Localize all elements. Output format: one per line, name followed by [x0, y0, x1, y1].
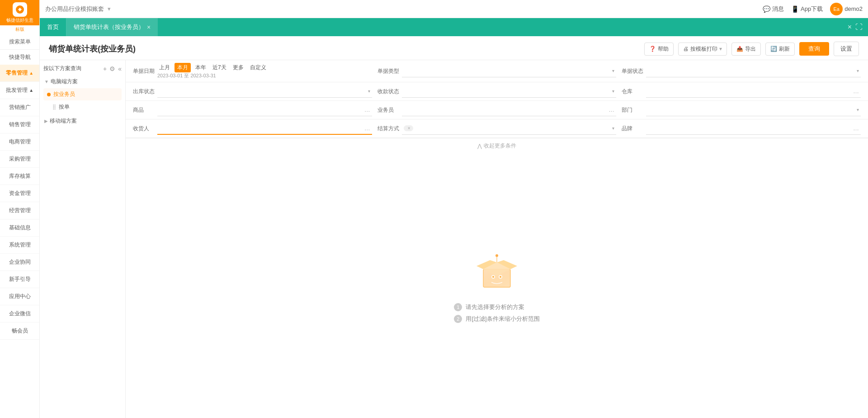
sidebar-item-ecommerce[interactable]: 电商管理: [0, 133, 39, 151]
filter-receipt-status-control[interactable]: ▾: [402, 85, 617, 98]
tab-close-icon[interactable]: ×: [147, 24, 151, 31]
schema-by-salesperson[interactable]: 按业务员: [43, 88, 122, 100]
desktop-group-header[interactable]: ▼ 电脑端方案: [43, 76, 122, 87]
salesperson-dots-icon[interactable]: …: [609, 106, 614, 113]
sidebar-item-system[interactable]: 系统管理: [0, 237, 39, 254]
filter-consignee: 收货人 …: [133, 122, 372, 135]
message-btn[interactable]: 💬 消息: [763, 5, 784, 13]
sidebar-item-newbie[interactable]: 新手引导: [0, 271, 39, 288]
empty-step-2: 2 用[过滤]条件来缩小分析范围: [454, 315, 539, 323]
search-menu[interactable]: 搜索菜单: [0, 34, 39, 50]
quick-nav[interactable]: 快捷导航: [7, 50, 33, 65]
logo-text: 畅捷信好生意: [6, 18, 33, 23]
filter-out-status-label: 出库状态: [133, 88, 155, 95]
help-icon: ❓: [649, 46, 656, 52]
export-btn[interactable]: 📤 导出: [731, 43, 761, 56]
sidebar-item-sales[interactable]: 销售管理: [0, 116, 39, 133]
collapse-label: 收起更多条件: [484, 142, 516, 150]
filter-goods-control[interactable]: …: [157, 104, 372, 116]
date-tab-last-month[interactable]: 上月: [157, 63, 172, 72]
sidebar-item-inventory[interactable]: 库存核算: [0, 168, 39, 185]
filter-warehouse: 仓库 …: [622, 85, 861, 98]
tab-maximize-btn[interactable]: ⛶: [855, 23, 863, 31]
consignee-dots-icon[interactable]: …: [364, 125, 370, 132]
quick-nav-label: 快捷导航: [9, 54, 31, 60]
filter-row-3: 商品 … 业务员 … 部门: [126, 101, 868, 119]
filter-order-type: 单据类型 ▾: [377, 65, 617, 77]
app-download-btn[interactable]: 📱 App下载: [791, 5, 823, 13]
add-schema-icon[interactable]: +: [103, 65, 107, 72]
tab-sales-stats-label: 销货单统计表（按业务员）: [74, 23, 144, 31]
filter-warehouse-label: 仓库: [622, 88, 643, 95]
sidebar-item-enterprise[interactable]: 企业协同: [0, 254, 39, 271]
tab-home[interactable]: 首页: [40, 18, 66, 36]
breadcrumb-chevron[interactable]: ▾: [108, 5, 111, 12]
order-status-dropdown-icon: ▾: [857, 68, 859, 73]
help-btn[interactable]: ❓ 帮助: [644, 43, 674, 56]
step-1-num: 1: [454, 303, 462, 311]
sidebar-item-operations[interactable]: 经营管理: [0, 202, 39, 219]
user-profile[interactable]: Ea demo2: [830, 3, 863, 15]
sidebar-item-purchase[interactable]: 采购管理: [0, 151, 39, 168]
sidebar-item-finance[interactable]: 资金管理: [0, 185, 39, 202]
brand-dots-icon[interactable]: …: [853, 125, 859, 132]
filter-order-status-label: 单据状态: [622, 67, 643, 75]
sidebar-item-marketing[interactable]: 营销推广: [0, 99, 39, 116]
sidebar-item-wholesale[interactable]: 批发管理 ▲: [0, 82, 39, 99]
app-download-icon: 📱: [791, 5, 799, 13]
tab-minimize-btn[interactable]: ×: [848, 23, 852, 31]
filter-department-control[interactable]: ▾: [646, 104, 861, 116]
query-btn[interactable]: 查询: [799, 42, 829, 56]
left-panel: 按以下方案查询 + ⚙ « ▼ 电脑端方案 按业务员: [40, 60, 126, 418]
date-tab-this-month[interactable]: 本月: [175, 63, 191, 72]
department-dropdown-icon: ▾: [857, 107, 859, 112]
filter-salesperson: 业务员 …: [377, 104, 617, 116]
mobile-schema-group: ▶ 移动端方案: [43, 115, 122, 127]
sidebar-item-member[interactable]: 畅会员: [0, 323, 39, 340]
schema-by-salesperson-label: 按业务员: [53, 90, 75, 98]
refresh-icon: 🔄: [770, 46, 777, 52]
filter-order-type-control[interactable]: ▾: [402, 65, 617, 77]
filter-goods-label: 商品: [133, 106, 155, 114]
user-name: demo2: [844, 5, 863, 12]
mobile-group-collapse-icon: ▶: [44, 119, 48, 124]
logo-icon: [13, 2, 27, 17]
tab-sales-stats[interactable]: 销货单统计表（按业务员） ×: [66, 18, 158, 36]
filter-salesperson-label: 业务员: [377, 106, 399, 114]
print-icon: 🖨: [683, 46, 689, 52]
filter-brand-label: 品牌: [622, 125, 643, 133]
goods-dots-icon[interactable]: …: [364, 106, 370, 113]
date-tab-custom[interactable]: 自定义: [248, 63, 268, 72]
schema-settings-icon[interactable]: ⚙: [109, 65, 115, 72]
warehouse-dots-icon[interactable]: …: [853, 88, 859, 95]
filter-out-status-control[interactable]: ▾: [157, 85, 372, 98]
date-tab-more[interactable]: 更多: [231, 63, 245, 72]
filter-warehouse-control[interactable]: …: [646, 85, 861, 98]
sidebar-item-retail[interactable]: 零售管理 ▲: [0, 65, 39, 82]
settings-btn[interactable]: 设置: [834, 42, 859, 56]
filter-brand-control[interactable]: …: [646, 122, 861, 135]
sidebar-logo[interactable]: 畅捷信好生意: [0, 0, 40, 25]
sidebar-item-app-center[interactable]: 应用中心: [0, 288, 39, 305]
filter-date: 单据日期 上月 本月 本年 近7天 更多 自定义 20: [133, 63, 372, 79]
filter-order-status-control[interactable]: ▾: [646, 65, 861, 77]
filter-row-4: 收货人 … 结算方式 ×: [126, 119, 868, 138]
topbar: 办公用品行业模拟账套 ▾ 💬 消息 📱 App下载 Ea demo2: [40, 0, 868, 18]
date-tab-this-year[interactable]: 本年: [193, 63, 208, 72]
schema-by-order[interactable]: ⣿ 按单: [43, 101, 122, 113]
print-btn[interactable]: 🖨 按模板打印 ▾: [678, 43, 727, 56]
schema-collapse-icon[interactable]: «: [118, 65, 122, 72]
refresh-btn[interactable]: 🔄 刷新: [765, 43, 795, 56]
filter-out-status: 出库状态 ▾: [133, 85, 372, 98]
filter-salesperson-control[interactable]: …: [402, 104, 617, 116]
filter-settlement-control[interactable]: × ▾: [402, 122, 617, 135]
settlement-tag-close[interactable]: ×: [408, 126, 410, 131]
filter-collapse-bar[interactable]: ⋀ 收起更多条件: [126, 138, 868, 153]
page-title: 销货单统计表(按业务员): [49, 43, 136, 54]
filter-consignee-control[interactable]: …: [157, 122, 372, 135]
mobile-group-header[interactable]: ▶ 移动端方案: [43, 115, 122, 127]
filter-settlement-label: 结算方式: [377, 125, 399, 133]
sidebar-item-wechat[interactable]: 企业微信: [0, 305, 39, 323]
sidebar-item-basic-info[interactable]: 基础信息: [0, 219, 39, 237]
date-tab-7days[interactable]: 近7天: [211, 63, 228, 72]
